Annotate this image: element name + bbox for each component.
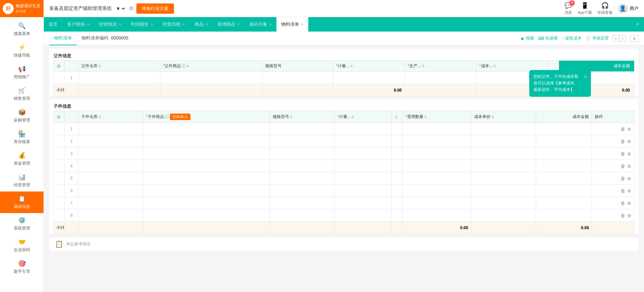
- sidebar-item-quick-nav[interactable]: ⚡ 快捷导航: [0, 40, 44, 62]
- user-area[interactable]: 👤 用户: [618, 4, 639, 13]
- sidebar-item-inventory[interactable]: 🏪 库存核算: [0, 127, 44, 148]
- parent-gear-icon[interactable]: ⚙: [57, 63, 61, 69]
- child-cell-needed-1[interactable]: [402, 123, 471, 135]
- close-tab-goods[interactable]: ×: [206, 22, 208, 27]
- delete-icon-2[interactable]: 🗑: [620, 139, 625, 144]
- copy-icon-2[interactable]: ⊕: [627, 139, 631, 144]
- sidebar-item-system[interactable]: ⚙️ 系统管理: [0, 213, 44, 235]
- child-cell-quantity-3[interactable]: [335, 148, 392, 160]
- delete-icon-4[interactable]: 🗑: [620, 163, 625, 169]
- close-tab-barcode[interactable]: ×: [269, 22, 272, 27]
- child-cell-needed-5[interactable]: [402, 172, 471, 185]
- sidebar-item-marketing[interactable]: 📢 营销推广: [0, 62, 44, 83]
- close-tab-profit[interactable]: ×: [151, 22, 153, 27]
- shortcut-btn[interactable]: ⌨ 快捷键: [538, 35, 558, 41]
- child-gear-icon[interactable]: ⚙: [57, 114, 61, 120]
- sidebar-item-finance[interactable]: 💰 资金管理: [0, 148, 44, 170]
- child-cell-spec-5[interactable]: [270, 172, 335, 185]
- child-cell-goods-5[interactable]: [143, 172, 270, 185]
- delete-icon-8[interactable]: 🗑: [620, 213, 625, 218]
- child-cell-spec-3[interactable]: [270, 148, 335, 160]
- tab-bom[interactable]: 物料清单 ×: [276, 17, 308, 32]
- tab-history[interactable]: 经营历程 ×: [158, 17, 190, 32]
- delete-icon-3[interactable]: 🗑: [620, 151, 625, 156]
- child-cell-quantity-7[interactable]: [335, 197, 392, 209]
- sidebar-item-enterprise[interactable]: 🤝 企业协同: [0, 235, 44, 256]
- child-cell-goods-1[interactable]: [143, 123, 270, 135]
- tab-home[interactable]: 首页: [44, 17, 62, 32]
- single-settings-btn[interactable]: 📄 单据设置: [586, 35, 609, 41]
- app-download-btn[interactable]: 📱 App下载: [578, 2, 592, 15]
- child-cell-needed-3[interactable]: [402, 148, 471, 160]
- child-cell-quantity-8[interactable]: [335, 209, 392, 222]
- child-cell-unitcost-3[interactable]: [471, 148, 536, 160]
- copy-icon-8[interactable]: ⊕: [627, 213, 631, 218]
- child-cell-unitcost-7[interactable]: [471, 197, 536, 209]
- child-cell-goods-3[interactable]: [143, 148, 270, 160]
- child-cell-warehouse-3[interactable]: [78, 148, 143, 160]
- child-cell-quantity-2[interactable]: [335, 135, 392, 148]
- experiment-btn[interactable]: 体验行业方案: [136, 3, 174, 14]
- close-all-tabs[interactable]: ×: [631, 21, 644, 27]
- sidebar-item-purchase[interactable]: 📦 采购管理: [0, 105, 44, 127]
- delete-icon-6[interactable]: 🗑: [620, 188, 625, 194]
- tab-customer[interactable]: 客户联络 ×: [62, 17, 94, 32]
- child-cell-needed-2[interactable]: [402, 135, 471, 148]
- close-tab-new-goods[interactable]: ×: [237, 22, 240, 27]
- view-video-btn[interactable]: ▶ 视频: [521, 35, 534, 41]
- copy-icon-6[interactable]: ⊕: [627, 188, 631, 194]
- child-cell-warehouse-2[interactable]: [78, 135, 143, 148]
- child-cell-warehouse-7[interactable]: [78, 197, 143, 209]
- child-cell-unitcost-4[interactable]: [471, 160, 536, 172]
- delete-icon-7[interactable]: 🗑: [620, 200, 625, 206]
- child-cell-needed-4[interactable]: [402, 160, 471, 172]
- copy-icon-5[interactable]: ⊕: [627, 176, 631, 181]
- sub-tab-bom-list[interactable]: 物料清单: [49, 32, 77, 45]
- settings-icon[interactable]: ⚙: [129, 5, 134, 12]
- sidebar-item-guide[interactable]: 🎯 新手引导: [0, 256, 44, 278]
- child-cell-unitcost-1[interactable]: [471, 123, 536, 135]
- sidebar-item-basic-info[interactable]: 📋 基础信息: [0, 191, 44, 213]
- parent-cell-production-1[interactable]: [405, 72, 476, 84]
- child-cell-warehouse-6[interactable]: [78, 185, 143, 197]
- sidebar-item-sales[interactable]: 🛒 销售管理: [0, 83, 44, 105]
- delete-icon-1[interactable]: 🗑: [620, 126, 625, 132]
- scan-input-btn[interactable]: 扫码录入: [170, 114, 190, 120]
- tab-operations[interactable]: 经营情况 ×: [94, 17, 126, 32]
- child-cell-unitcost-5[interactable]: [471, 172, 536, 185]
- child-cell-quantity-1[interactable]: [335, 123, 392, 135]
- child-cell-spec-7[interactable]: [270, 197, 335, 209]
- parent-cell-spec-1[interactable]: [262, 72, 333, 84]
- close-tab-history[interactable]: ×: [183, 22, 185, 27]
- sub-tab-bom-code[interactable]: 物料清单编码 0000005: [77, 32, 133, 45]
- child-cell-spec-4[interactable]: [270, 160, 335, 172]
- close-tab-operations[interactable]: ×: [119, 22, 121, 27]
- child-cell-goods-4[interactable]: [143, 160, 270, 172]
- child-cell-quantity-6[interactable]: [335, 185, 392, 197]
- sidebar-item-operation[interactable]: 📊 经营管理: [0, 170, 44, 191]
- child-cell-warehouse-8[interactable]: [78, 209, 143, 222]
- copy-icon-4[interactable]: ⊕: [627, 163, 631, 169]
- child-cell-needed-7[interactable]: [402, 197, 471, 209]
- child-cell-warehouse-5[interactable]: [78, 172, 143, 185]
- child-cell-unitcost-2[interactable]: [471, 135, 536, 148]
- child-cell-spec-8[interactable]: [270, 209, 335, 222]
- child-cell-goods-8[interactable]: [143, 209, 270, 222]
- child-cell-goods-7[interactable]: [143, 197, 270, 209]
- parent-cell-warehouse-1[interactable]: [78, 72, 160, 84]
- close-tab-customer[interactable]: ×: [87, 22, 89, 27]
- prev-record-btn[interactable]: ‹: [613, 35, 619, 42]
- tab-barcode[interactable]: 条码方案 ×: [245, 17, 276, 32]
- child-cell-unitcost-8[interactable]: [471, 209, 536, 222]
- delete-icon-5[interactable]: 🗑: [620, 176, 625, 181]
- tab-new-goods[interactable]: 新增商品 ×: [213, 17, 245, 32]
- copy-icon-1[interactable]: ⊕: [627, 126, 631, 132]
- child-cell-goods-2[interactable]: [143, 135, 270, 148]
- next-record-btn[interactable]: ›: [620, 35, 626, 42]
- child-cell-needed-8[interactable]: [402, 209, 471, 222]
- child-cell-spec-2[interactable]: [270, 135, 335, 148]
- close-tab-bom[interactable]: ×: [301, 22, 304, 27]
- parent-cell-quantity-1[interactable]: [333, 72, 405, 84]
- child-cell-goods-6[interactable]: [143, 185, 270, 197]
- sidebar-item-search[interactable]: 🔍 搜索菜单: [0, 19, 44, 40]
